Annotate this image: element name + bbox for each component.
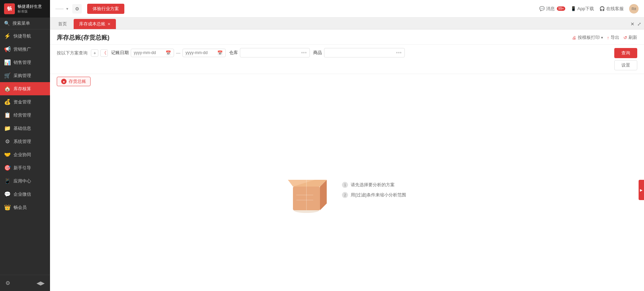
funds-icon: 💰 (4, 99, 11, 105)
collapse-sidebar-btn[interactable]: ◀▶ (35, 278, 46, 288)
logo-icon: 畅 (4, 3, 15, 14)
goods-label: 商品 (313, 50, 322, 56)
scheme-icon: ● (61, 79, 67, 84)
date-start-input[interactable] (134, 50, 164, 55)
empty-tip-1: 1 请先选择要分析的方案 (342, 182, 406, 188)
enterprise-icon: 🤝 (4, 151, 11, 158)
page-header: 库存总账(存货总账) 🖨 按模板打印 ▾ ↑ 导出 ↺ 刷新 (50, 29, 644, 45)
sidebar-item-shortcut[interactable]: ⚡ 快捷导航 (0, 29, 50, 43)
tip1-num: 1 (342, 182, 348, 188)
tab-inventory-ledger[interactable]: 库存成本总账 ✕ (74, 19, 116, 29)
sidebar-item-operations[interactable]: 📋 经营管理 (0, 108, 50, 122)
topbar-right: 💬 消息 99+ 📱 App下载 🎧 在线客服 Rit (539, 4, 639, 14)
online-service-btn[interactable]: 🎧 在线客服 (599, 6, 624, 12)
topbar: —— ▾ ⚙ 体验行业方案 💬 消息 99+ 📱 App下载 🎧 在线客服 Ri… (50, 0, 644, 18)
print-chevron-icon[interactable]: ▾ (601, 35, 603, 40)
settings-btn[interactable]: 设置 (614, 60, 637, 70)
tab-close-panel-icon[interactable]: ✕ (630, 21, 635, 27)
scheme-item-inventory[interactable]: ● 存货总账 (57, 77, 91, 86)
inventory-icon: 🏠 (4, 86, 11, 92)
purchase-icon: 🛒 (4, 72, 11, 79)
panel-toggle-icon: ▶ (640, 188, 643, 192)
sidebar-item-purchase[interactable]: 🛒 采购管理 (0, 69, 50, 82)
sidebar-item-system[interactable]: ⚙ 系统管理 (0, 135, 50, 148)
scheme-selector: ● 存货总账 (50, 74, 644, 89)
tab-home[interactable]: 首页 (53, 19, 72, 29)
sidebar-item-marketing[interactable]: 📢 营销推广 (0, 43, 50, 56)
calendar-start-icon[interactable]: 📅 (166, 50, 171, 55)
goods-input-wrap: ••• (324, 48, 405, 57)
export-btn[interactable]: ↑ 导出 (607, 34, 620, 41)
date-label: 记账日期 (111, 50, 129, 56)
wechat-icon: 💬 (4, 191, 11, 197)
sidebar-item-funds[interactable]: 💰 资金管理 (0, 95, 50, 108)
topbar-settings-icon[interactable]: ⚙ (72, 4, 82, 14)
breadcrumb-text: —— (55, 6, 64, 11)
filter-goods-field: 商品 ••• (313, 48, 405, 57)
topbar-chevron-icon[interactable]: ▾ (66, 6, 68, 11)
service-icon: 🎧 (599, 6, 605, 11)
search-menu[interactable]: 🔍 搜索菜单 (0, 18, 50, 29)
app-logo: 畅 畅捷通好生意 标准版 (0, 0, 50, 18)
breadcrumb: —— (55, 6, 64, 11)
marketing-icon: 📢 (4, 46, 11, 52)
filter-collapse-btn[interactable]: 《 (100, 49, 108, 57)
industry-btn[interactable]: 体验行业方案 (87, 4, 124, 14)
search-icon: 🔍 (4, 21, 10, 26)
query-btn[interactable]: 查询 (614, 48, 637, 58)
messages-btn[interactable]: 💬 消息 99+ (539, 6, 565, 12)
goods-more-icon[interactable]: ••• (396, 50, 402, 56)
filter-date-field: 记账日期 📅 — 📅 (111, 49, 226, 57)
empty-state: 1 请先选择要分析的方案 2 用[过滤]条件来缩小分析范围 (50, 89, 644, 291)
sidebar-item-member[interactable]: 👑 畅会员 (0, 201, 50, 214)
app-icon: 📱 (571, 6, 576, 11)
calendar-end-icon[interactable]: 📅 (217, 50, 223, 55)
empty-tips: 1 请先选择要分析的方案 2 用[过滤]条件来缩小分析范围 (342, 182, 406, 198)
filter-actions: ＋ 《 (91, 48, 108, 57)
date-separator: — (176, 50, 180, 55)
sidebar-item-wechat[interactable]: 💬 企业微信 (0, 188, 50, 201)
system-icon: ⚙ (4, 138, 11, 145)
message-icon: 💬 (539, 6, 545, 11)
user-avatar[interactable]: Rit (629, 4, 639, 14)
filter-controls-right: 查询 设置 (614, 48, 637, 70)
filter-label: 按以下方案查询 (57, 48, 88, 56)
goods-input[interactable] (327, 50, 395, 55)
empty-svg (288, 170, 328, 214)
empty-illustration (288, 170, 328, 210)
warehouse-input[interactable] (243, 50, 300, 55)
refresh-btn[interactable]: ↺ 刷新 (623, 34, 637, 41)
sidebar-item-sales[interactable]: 📊 销售管理 (0, 56, 50, 69)
warehouse-more-icon[interactable]: ••• (301, 50, 307, 56)
tabs-bar: 首页 库存成本总账 ✕ ✕ ⤢ (50, 18, 644, 29)
sales-icon: 📊 (4, 59, 11, 66)
sidebar-item-inventory[interactable]: 🏠 库存核算 (0, 82, 50, 95)
app-download-btn[interactable]: 📱 App下载 (571, 6, 594, 12)
tab-expand-icon[interactable]: ⤢ (637, 21, 641, 27)
sidebar-item-newbie[interactable]: 🎯 新手引导 (0, 161, 50, 174)
date-end-input[interactable] (185, 50, 216, 55)
settings-footer-btn[interactable]: ⚙ (4, 278, 11, 288)
message-badge: 99+ (557, 6, 565, 11)
tip2-num: 2 (342, 192, 348, 198)
warehouse-input-wrap: ••• (240, 48, 310, 57)
refresh-icon: ↺ (623, 35, 627, 40)
sidebar: 畅 畅捷通好生意 标准版 🔍 搜索菜单 ⚡ 快捷导航 📢 营销推广 📊 销售管理… (0, 0, 50, 291)
warehouse-label: 仓库 (229, 50, 238, 56)
right-panel-toggle[interactable]: ▶ (639, 180, 644, 200)
newbie-icon: 🎯 (4, 165, 11, 171)
shortcut-icon: ⚡ (4, 33, 11, 39)
date-start-input-wrap: 📅 (131, 49, 174, 57)
sidebar-item-appstore[interactable]: 📱 应用中心 (0, 174, 50, 188)
page-content: 库存总账(存货总账) 🖨 按模板打印 ▾ ↑ 导出 ↺ 刷新 按以下方案查询 (50, 29, 644, 291)
operations-icon: 📋 (4, 112, 11, 118)
filter-add-btn[interactable]: ＋ (91, 49, 98, 57)
filter-row: 记账日期 📅 — 📅 仓库 ••• (111, 48, 611, 57)
tab-close-icon[interactable]: ✕ (107, 22, 110, 26)
sidebar-item-basic[interactable]: 📁 基础信息 (0, 122, 50, 135)
export-icon: ↑ (607, 35, 610, 40)
appstore-icon: 📱 (4, 178, 11, 184)
sidebar-item-enterprise[interactable]: 🤝 企业协同 (0, 148, 50, 161)
print-icon: 🖨 (572, 35, 576, 40)
print-btn[interactable]: 🖨 按模板打印 ▾ (572, 34, 603, 41)
